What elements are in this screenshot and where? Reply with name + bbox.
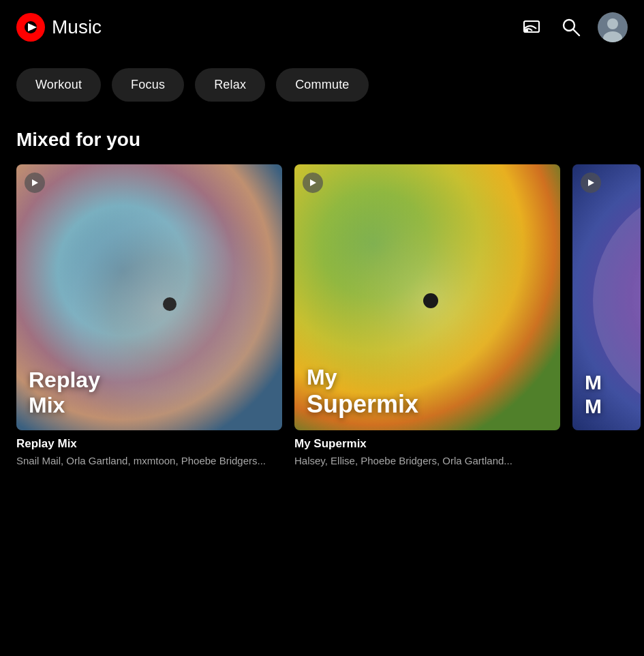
svg-point-17	[423, 293, 438, 308]
card-partial-play-btn[interactable]	[581, 173, 601, 193]
chips-row: Workout Focus Relax Commute	[16, 68, 628, 102]
search-icon[interactable]	[559, 16, 583, 39]
cast-icon[interactable]	[521, 16, 545, 39]
card-partial-label: MM	[585, 371, 602, 418]
svg-point-9	[607, 18, 618, 29]
header-logo-group: Music	[16, 13, 102, 42]
card-supermix-title: My Supermix	[294, 437, 560, 451]
card-partial-3[interactable]: MM	[572, 164, 641, 468]
partial-disc	[572, 164, 641, 430]
app-title: Music	[52, 16, 102, 38]
card-replay-title: Replay Mix	[16, 437, 282, 451]
card-replay-play-btn[interactable]	[25, 173, 45, 193]
card-supermix[interactable]: MySupermix My Supermix Halsey, Ellise, P…	[294, 164, 560, 468]
card-replay-mix[interactable]: ReplayMix Replay Mix Snail Mail, Orla Ga…	[16, 164, 282, 468]
card-supermix-label: MySupermix	[307, 365, 418, 418]
user-avatar[interactable]	[598, 12, 628, 42]
card-replay-label: ReplayMix	[29, 368, 100, 418]
card-replay-mix-image: ReplayMix	[16, 164, 282, 430]
card-replay-subtitle: Snail Mail, Orla Gartland, mxmtoon, Phoe…	[16, 453, 282, 468]
card-supermix-image: MySupermix	[294, 164, 560, 430]
mood-chips-section: Workout Focus Relax Commute	[0, 55, 644, 108]
chip-relax[interactable]: Relax	[195, 68, 265, 102]
card-partial-image: MM	[572, 164, 641, 430]
svg-marker-14	[32, 179, 38, 186]
card-supermix-subtitle: Halsey, Ellise, Phoebe Bridgers, Orla Ga…	[294, 453, 560, 468]
chip-commute[interactable]: Commute	[276, 68, 368, 102]
cards-row: ReplayMix Replay Mix Snail Mail, Orla Ga…	[0, 164, 644, 468]
svg-marker-18	[310, 179, 316, 186]
svg-line-7	[573, 29, 579, 35]
chip-workout[interactable]: Workout	[16, 68, 101, 102]
yt-music-logo	[16, 13, 45, 42]
mixed-for-you-title: Mixed for you	[0, 108, 644, 164]
header-actions	[521, 12, 628, 42]
chip-focus[interactable]: Focus	[112, 68, 184, 102]
app-header: Music	[0, 0, 644, 55]
svg-marker-22	[588, 179, 594, 186]
card-supermix-play-btn[interactable]	[303, 173, 323, 193]
svg-point-13	[163, 297, 177, 311]
